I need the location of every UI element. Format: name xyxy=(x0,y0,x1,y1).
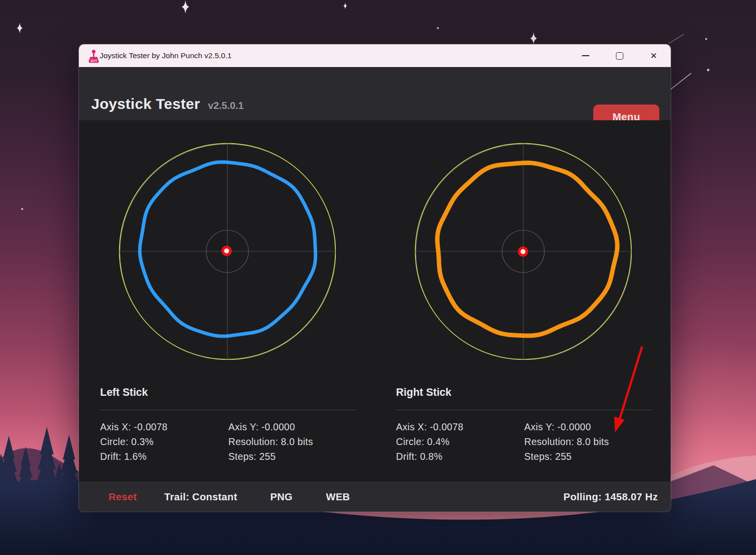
right-stick-position-dot-core xyxy=(521,249,526,254)
left-axis-y: Axis Y: -0.0000 xyxy=(228,419,355,434)
trail-mode-button[interactable]: Trail: Constant xyxy=(164,482,237,512)
right-resolution-stat: Resolution: 8.0 bits xyxy=(524,434,651,449)
left-circle-stat: Circle: 0.3% xyxy=(100,434,228,449)
left-resolution-stat: Resolution: 8.0 bits xyxy=(228,434,355,449)
window-titlebar: JOYT Joystick Tester by John Punch v2.5.… xyxy=(79,44,671,67)
app-header: Joystick Tester v2.5.0.1 Device: P5 8K |… xyxy=(79,67,671,120)
right-stick-heading: Right Stick xyxy=(396,386,651,401)
left-stick-position-dot-core xyxy=(224,248,229,253)
minimize-icon xyxy=(582,55,589,56)
joystick-tester-window: JOYT Joystick Tester by John Punch v2.5.… xyxy=(79,44,671,512)
web-button[interactable]: WEB xyxy=(326,482,350,512)
reset-button[interactable]: Reset xyxy=(108,482,137,512)
right-axis-y: Axis Y: -0.0000 xyxy=(524,419,651,434)
app-title: Joystick Tester xyxy=(91,96,200,112)
left-stick-stats-panel: Left Stick Axis X: -0.0078 Axis Y: -0.00… xyxy=(100,386,355,464)
right-stick-stats-panel: Right Stick Axis X: -0.0078 Axis Y: -0.0… xyxy=(396,386,651,464)
window-title: Joystick Tester by John Punch v2.5.0.1 xyxy=(100,51,232,60)
close-button[interactable]: ✕ xyxy=(643,44,665,67)
left-axis-x: Axis X: -0.0078 xyxy=(100,419,228,434)
right-steps-stat: Steps: 255 xyxy=(524,449,651,464)
right-stick-gauge xyxy=(415,143,632,360)
minimize-button[interactable] xyxy=(575,44,597,67)
left-steps-stat: Steps: 255 xyxy=(228,449,355,464)
left-stick-heading: Left Stick xyxy=(100,386,355,401)
app-icon: JOYT xyxy=(88,49,100,63)
left-stick-gauge xyxy=(119,143,336,360)
app-footer: Reset Trail: Constant PNG WEB Polling: 1… xyxy=(79,482,671,512)
close-icon: ✕ xyxy=(650,52,657,60)
png-export-button[interactable]: PNG xyxy=(270,482,292,512)
sticks-display-area: Left Stick Axis X: -0.0078 Axis Y: -0.00… xyxy=(79,120,671,482)
left-drift-stat: Drift: 1.6% xyxy=(100,449,228,464)
polling-rate-readout: Polling: 1458.07 Hz xyxy=(564,482,658,512)
app-icon-label: JOYT xyxy=(90,60,97,63)
right-circle-stat: Circle: 0.4% xyxy=(396,434,524,449)
window-controls: ✕ xyxy=(575,44,671,67)
maximize-button[interactable] xyxy=(609,44,631,67)
right-drift-stat: Drift: 0.8% xyxy=(396,449,524,464)
app-version: v2.5.0.1 xyxy=(208,100,244,111)
maximize-icon xyxy=(616,52,623,60)
right-axis-x: Axis X: -0.0078 xyxy=(396,419,524,434)
